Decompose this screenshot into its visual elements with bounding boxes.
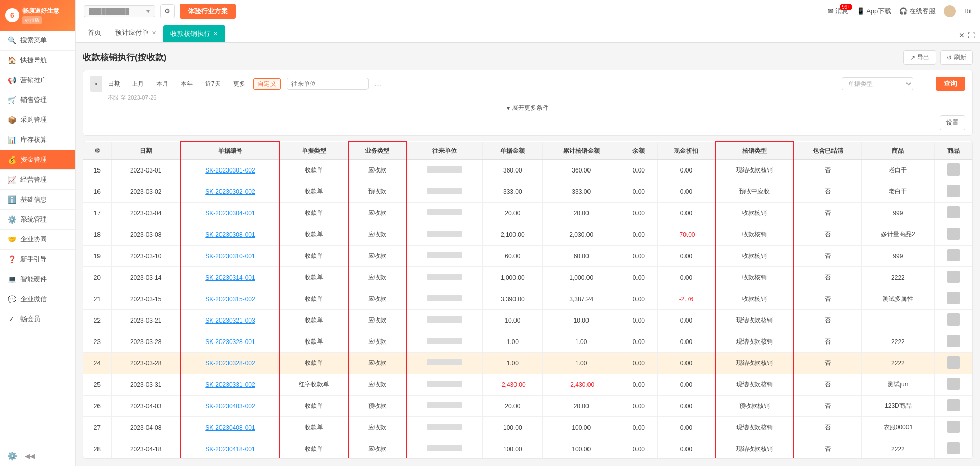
inventory-icon: 📊 bbox=[7, 136, 16, 144]
sidebar-item-marketing[interactable]: 📢 营销推广 bbox=[0, 70, 75, 90]
gear-icon: ⚙ bbox=[164, 7, 170, 15]
cell-biz-type: 应收款 bbox=[348, 288, 406, 310]
sidebar-item-finance[interactable]: 💰 资金管理 bbox=[0, 150, 75, 170]
doc-no-link[interactable]: SK-20230328-001 bbox=[205, 338, 255, 346]
doc-no-link[interactable]: SK-20230304-001 bbox=[205, 210, 255, 217]
service-icon: 🎧 bbox=[899, 7, 908, 15]
partner-input[interactable] bbox=[287, 78, 369, 90]
doc-no-link[interactable]: SK-20230308-001 bbox=[205, 231, 255, 238]
online-service-link[interactable]: 🎧 在线客服 bbox=[899, 7, 936, 16]
cell-goods: 测试jun bbox=[862, 374, 935, 396]
cell-partner bbox=[406, 310, 482, 331]
query-button[interactable]: 查询 bbox=[936, 77, 965, 91]
sidebar-item-guide[interactable]: ❓ 新手引导 bbox=[0, 250, 75, 269]
cell-write-off-type: 预收款核销 bbox=[715, 396, 793, 417]
app-logo: 6 畅康道好生意 标推版 bbox=[0, 0, 75, 31]
table-header-row: ⚙ 日期 单据编号 单据类型 业务类型 往来单位 单据金额 累计核销金额 余额 … bbox=[83, 142, 972, 160]
tab-collection[interactable]: 收款核销执行 ✕ bbox=[163, 25, 225, 42]
sidebar-item-label: 快捷导航 bbox=[20, 56, 47, 65]
doc-no-link[interactable]: SK-20230315-002 bbox=[205, 296, 255, 303]
doc-no-link[interactable]: SK-20230314-001 bbox=[205, 274, 255, 281]
settings-icon[interactable]: ⚙️ bbox=[7, 451, 17, 461]
col-biz-type: 业务类型 bbox=[348, 142, 406, 160]
sidebar-item-inventory[interactable]: 📊 库存核算 bbox=[0, 130, 75, 150]
expand-conditions-btn[interactable]: ▾ 展开更多条件 bbox=[502, 102, 554, 114]
gear-button[interactable]: ⚙ bbox=[160, 4, 175, 18]
cell-date: 2023-03-02 bbox=[111, 181, 180, 203]
sidebar-item-label: 企业微信 bbox=[20, 295, 47, 304]
collapse-icon[interactable]: ◀◀ bbox=[24, 452, 35, 460]
cell-balance: 0.00 bbox=[620, 246, 657, 267]
filter-more-dots[interactable]: ... bbox=[375, 79, 381, 88]
doc-no-link[interactable]: SK-20230328-002 bbox=[205, 360, 255, 367]
cell-goods: 2222 bbox=[862, 267, 935, 288]
sidebar-item-operation[interactable]: 📈 经营管理 bbox=[0, 170, 75, 190]
cell-goods: 999 bbox=[862, 246, 935, 267]
doc-no-link[interactable]: SK-20230331-002 bbox=[205, 381, 255, 388]
col-gear[interactable]: ⚙ bbox=[83, 142, 111, 160]
cell-biz-type: 应收款 bbox=[348, 246, 406, 267]
date-btn-last-month[interactable]: 上月 bbox=[127, 78, 149, 90]
cell-write-off-type: 现结收款核销 bbox=[715, 438, 793, 459]
tab-home[interactable]: 首页 bbox=[81, 24, 108, 42]
refresh-icon: ↺ bbox=[947, 54, 952, 61]
cell-write-off: 10.00 bbox=[543, 310, 620, 331]
cell-doc-no: SK-20230310-001 bbox=[181, 246, 280, 267]
tab-receipt[interactable]: 预计应付单 ✕ bbox=[108, 24, 163, 42]
sidebar-item-quick[interactable]: 🏠 快捷导航 bbox=[0, 51, 75, 70]
message-link[interactable]: ✉ 消息 99+ bbox=[828, 7, 848, 16]
sidebar-item-corp[interactable]: 🤝 企业协同 bbox=[0, 230, 75, 250]
maximize-icon[interactable]: ⛶ bbox=[968, 31, 975, 39]
cell-balance: 0.00 bbox=[620, 310, 657, 331]
cell-doc-no: SK-20230408-001 bbox=[181, 417, 280, 438]
doc-no-link[interactable]: SK-20230321-003 bbox=[205, 317, 255, 324]
date-range-display: 不限 至 2023-07-26 bbox=[108, 94, 965, 102]
filter-settings-button[interactable]: 设置 bbox=[940, 115, 965, 130]
cell-goods: 衣服00001 bbox=[862, 417, 935, 438]
cell-goods2 bbox=[935, 160, 972, 181]
sidebar-item-member[interactable]: ✓ 畅会员 bbox=[0, 309, 75, 329]
sidebar-item-search[interactable]: 🔍 搜索菜单 bbox=[0, 31, 75, 51]
tab-receipt-close[interactable]: ✕ bbox=[152, 30, 156, 36]
doc-no-link[interactable]: SK-20230403-002 bbox=[205, 403, 255, 410]
date-btn-custom[interactable]: 自定义 bbox=[253, 78, 281, 90]
date-btn-7days[interactable]: 近7天 bbox=[201, 78, 226, 90]
cell-balance: 0.00 bbox=[620, 374, 657, 396]
doc-no-link[interactable]: SK-20230418-001 bbox=[205, 446, 255, 453]
date-btn-more[interactable]: 更多 bbox=[229, 78, 250, 90]
date-btn-this-month[interactable]: 本月 bbox=[152, 78, 173, 90]
sidebar-item-system[interactable]: ⚙️ 系统管理 bbox=[0, 210, 75, 230]
sidebar-item-sales[interactable]: 🛒 销售管理 bbox=[0, 90, 75, 110]
cell-date: 2023-03-04 bbox=[111, 203, 180, 224]
datasource-dropdown[interactable]: ██████████ ▾ bbox=[84, 5, 155, 17]
doc-type-select[interactable]: 单据类型 bbox=[842, 77, 913, 90]
industry-solution-button[interactable]: 体验行业方案 bbox=[180, 4, 236, 19]
cell-goods2 bbox=[935, 310, 972, 331]
app-download-link[interactable]: 📱 App下载 bbox=[856, 7, 891, 16]
tab-collection-close[interactable]: ✕ bbox=[213, 31, 218, 37]
doc-no-link[interactable]: SK-20230408-001 bbox=[205, 424, 255, 431]
cell-biz-type: 应收款 bbox=[348, 160, 406, 181]
sidebar-item-label: 企业协同 bbox=[20, 235, 47, 244]
cell-doc-type: 收款单 bbox=[280, 160, 348, 181]
sidebar-item-hardware[interactable]: 💻 智能硬件 bbox=[0, 269, 75, 289]
date-btn-this-year[interactable]: 本年 bbox=[176, 78, 198, 90]
cell-balance: 0.00 bbox=[620, 288, 657, 310]
cell-include-settled: 否 bbox=[794, 353, 862, 374]
doc-no-link[interactable]: SK-20230302-002 bbox=[205, 188, 255, 195]
page-title: 收款核销执行(按收款) bbox=[83, 52, 166, 63]
sidebar-item-basic[interactable]: ℹ️ 基础信息 bbox=[0, 190, 75, 210]
doc-no-link[interactable]: SK-20230301-002 bbox=[205, 167, 255, 174]
app-name: 畅康道好生意 bbox=[22, 7, 59, 15]
filter-collapse-btn[interactable]: » bbox=[90, 76, 102, 92]
export-button[interactable]: ↗ 导出 bbox=[903, 50, 936, 65]
logo-icon: 6 bbox=[5, 8, 19, 22]
close-window-icon[interactable]: ✕ bbox=[959, 31, 965, 39]
table-row: 23 2023-03-28 SK-20230328-001 收款单 应收款 1.… bbox=[83, 331, 972, 353]
cell-write-off-type: 收款核销 bbox=[715, 288, 793, 310]
sidebar-item-wechat[interactable]: 💬 企业微信 bbox=[0, 289, 75, 309]
doc-no-link[interactable]: SK-20230310-001 bbox=[205, 253, 255, 260]
refresh-button[interactable]: ↺ 刷新 bbox=[940, 50, 973, 65]
sidebar-item-purchase[interactable]: 📦 采购管理 bbox=[0, 110, 75, 130]
col-goods2: 商品 bbox=[935, 142, 972, 160]
